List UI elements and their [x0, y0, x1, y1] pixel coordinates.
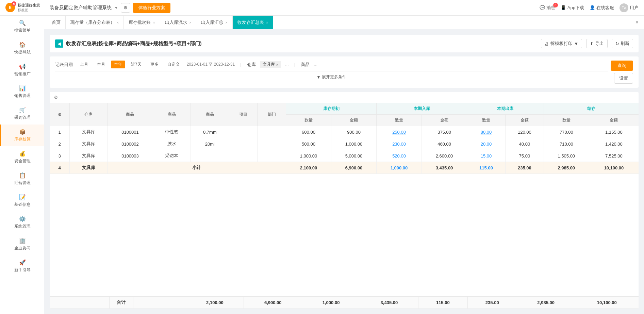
sidebar-item-newbie[interactable]: 🚀 新手引导 [0, 255, 44, 277]
tab-inventory-dist[interactable]: 现存量（库存分布表） × [66, 16, 124, 29]
collapse-arrow[interactable]: ◀ [55, 39, 63, 48]
footer-empty6 [169, 297, 186, 309]
row1-warehouse: 文具库 [70, 126, 108, 138]
row1-project [229, 126, 258, 138]
chevron-down-icon: ▼ [574, 41, 578, 46]
refresh-button[interactable]: ↻ 刷新 [612, 39, 633, 48]
row3-in-qty[interactable]: 520.00 [377, 150, 422, 162]
gear-button[interactable]: ⚙ [121, 3, 130, 13]
content-area: 首页 现存量（库存分布表） × 库存批次账 × 出入库流水 × 出入库汇总 × … [44, 16, 644, 314]
tab-recv-send-summary-close[interactable]: × [266, 20, 268, 24]
date-btn-custom[interactable]: 自定义 [164, 61, 183, 68]
warehouse-ellipsis[interactable]: ... [285, 62, 289, 67]
footer-empty4 [133, 297, 152, 309]
printer-icon: 🖨 [545, 41, 549, 46]
sidebar-item-search[interactable]: 🔍 搜索菜单 [0, 16, 44, 37]
subtotal-label: 小计 [108, 162, 286, 174]
subtotal-in-qty[interactable]: 1,000.00 [377, 162, 422, 174]
service-icon: 👤 [590, 5, 595, 10]
logo-icon: 6 6 [5, 3, 15, 12]
sidebar-label-enterprise: 企业协同 [14, 245, 31, 251]
row3-opening-amt: 5,000.00 [331, 150, 377, 162]
tab-bar-close-button[interactable]: × [633, 19, 641, 26]
tab-inventory-dist-label: 现存量（库存分布表） [70, 19, 115, 26]
table-row: 3 文具库 0100003 采访本 1,000.00 5,000.00 520.… [50, 150, 639, 162]
tab-home[interactable]: 首页 [47, 16, 66, 29]
tab-in-out-flow[interactable]: 出入库流水 × [160, 16, 196, 29]
sidebar-item-system[interactable]: ⚙️ 系统管理 [0, 212, 44, 233]
sidebar: 🔍 搜索菜单 🏠 快捷导航 📢 营销推广 📊 销售管理 🛒 采购管理 📦 库存核… [0, 16, 44, 314]
sidebar-item-basic-info[interactable]: 📝 基础信息 [0, 190, 44, 212]
tab-inventory-dist-close[interactable]: × [117, 20, 119, 24]
row1-in-qty[interactable]: 250.00 [377, 126, 422, 138]
table-settings-icon[interactable]: ⚙ [54, 95, 58, 100]
export-button[interactable]: ⬆ 导出 [586, 39, 608, 48]
tab-in-out-summary-close[interactable]: × [225, 20, 227, 24]
logo-badge: 6 [12, 1, 16, 6]
date-btn-more[interactable]: 更多 [147, 61, 162, 68]
row3-in-amt: 2,600.00 [422, 150, 467, 162]
sidebar-item-sales[interactable]: 📊 销售管理 [0, 81, 44, 103]
row2-in-amt: 460.00 [422, 138, 467, 150]
row3-spec [191, 150, 229, 162]
date-btn-last-month[interactable]: 上月 [77, 61, 91, 68]
newbie-icon: 🚀 [19, 259, 26, 266]
filter-bar: 记账日期 上月 本月 本年 近7天 更多 自定义 2023-01-01 至 20… [50, 56, 639, 88]
brand-name: 畅捷通好生意 [18, 3, 40, 7]
filter-settings-button[interactable]: 设置 [614, 73, 633, 84]
row2-dept [258, 138, 286, 150]
print-button[interactable]: 🖨 拆模板打印 ▼ [541, 39, 582, 48]
sidebar-item-enterprise[interactable]: 🏢 企业协同 [0, 233, 44, 255]
subtotal-out-qty[interactable]: 115.00 [467, 162, 506, 174]
tab-recv-send-summary[interactable]: 收发存汇总表 × [233, 16, 273, 29]
row1-dept [258, 126, 286, 138]
sidebar-label-inventory: 库存核算 [14, 136, 31, 142]
row2-in-qty[interactable]: 230.00 [377, 138, 422, 150]
row3-out-qty[interactable]: 15.00 [467, 150, 506, 162]
logo-area: 6 6 畅捷通好生意 标准版 [5, 3, 50, 12]
tab-bar: 首页 现存量（库存分布表） × 库存批次账 × 出入库流水 × 出入库汇总 × … [44, 16, 644, 29]
warehouse-tag-close[interactable]: × [276, 63, 278, 67]
sidebar-item-finance[interactable]: 💰 资金管理 [0, 146, 44, 168]
row1-out-qty[interactable]: 80.00 [467, 126, 506, 138]
row2-opening-amt: 1,000.00 [331, 138, 377, 150]
messages-button[interactable]: 💬 消息 6 [540, 5, 555, 11]
row2-out-qty[interactable]: 20.00 [467, 138, 506, 150]
sidebar-item-inventory[interactable]: 📦 库存核算 [0, 125, 44, 146]
expand-button[interactable]: ▼ 展开更多条件 [55, 71, 608, 80]
app-download-button[interactable]: 📱 App下载 [561, 5, 584, 11]
tab-in-out-summary[interactable]: 出入库汇总 × [196, 16, 232, 29]
date-btn-this-month[interactable]: 本月 [94, 61, 108, 68]
row2-out-amt: 40.00 [505, 138, 544, 150]
footer-out-amt: 235.00 [467, 297, 517, 309]
row3-goods: 采访本 [153, 150, 191, 162]
marketing-icon: 📢 [19, 63, 26, 70]
online-service-button[interactable]: 👤 在线客服 [590, 5, 614, 11]
trial-button[interactable]: 体验行业方案 [133, 3, 170, 13]
enterprise-icon: 🏢 [19, 237, 26, 244]
inventory-icon: 📦 [19, 129, 26, 135]
row2-closing-qty: 710.00 [544, 138, 589, 150]
sidebar-label-search: 搜索菜单 [14, 28, 31, 33]
date-label: 记账日期 [55, 62, 73, 68]
sidebar-item-operations[interactable]: 📋 经营管理 [0, 168, 44, 190]
query-button[interactable]: 查询 [611, 61, 633, 71]
footer-closing-amt: 10,100.00 [575, 297, 639, 309]
sidebar-item-marketing[interactable]: 📢 营销推广 [0, 59, 44, 81]
tab-in-out-flow-close[interactable]: × [189, 20, 191, 24]
finance-icon: 💰 [19, 150, 26, 157]
tab-batch-ledger[interactable]: 库存批次账 × [124, 16, 160, 29]
footer-label: 合计 [109, 297, 133, 309]
date-btn-7days[interactable]: 近7天 [128, 61, 145, 68]
user-menu[interactable]: Ea 用户 [620, 3, 639, 12]
subtotal-out-amt: 235.00 [505, 162, 544, 174]
sidebar-item-quick-nav[interactable]: 🏠 快捷导航 [0, 37, 44, 59]
tab-batch-ledger-label: 库存批次账 [129, 19, 151, 26]
brand-tag: 标准版 [18, 8, 40, 13]
tab-batch-ledger-close[interactable]: × [153, 20, 155, 24]
date-filter: 上月 本月 本年 近7天 更多 自定义 [77, 61, 183, 68]
goods-ellipsis[interactable]: ... [314, 62, 317, 67]
sidebar-item-purchase[interactable]: 🛒 采购管理 [0, 103, 44, 125]
system-dropdown-icon[interactable]: ▼ [114, 6, 118, 10]
date-btn-this-year[interactable]: 本年 [111, 61, 125, 68]
